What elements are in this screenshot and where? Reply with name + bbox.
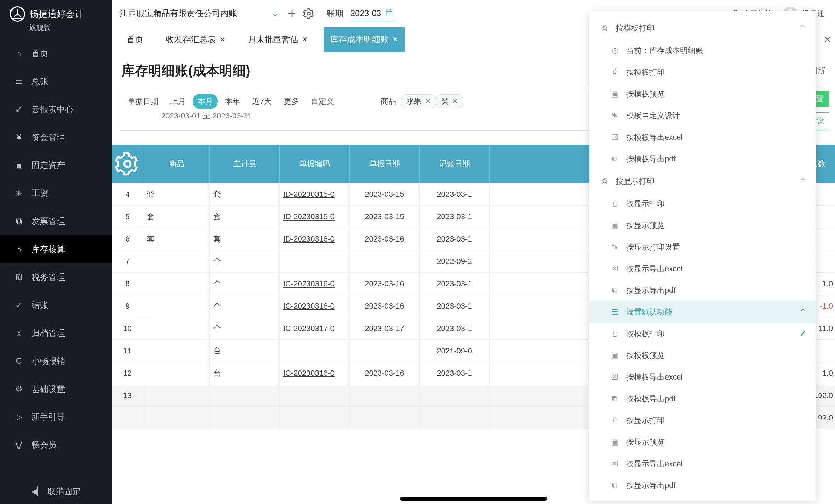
dd-group-display[interactable]: ⎙按显示打印⌃	[589, 170, 816, 193]
col-post-date[interactable]: 记账日期	[420, 145, 490, 183]
sidebar-item[interactable]: ✓结账	[0, 291, 112, 319]
nav-icon: C	[14, 356, 24, 366]
dd-item[interactable]: ▣按显示预览	[589, 215, 816, 236]
doc-link[interactable]: IC-20230316-0	[283, 279, 335, 288]
dd-item-label: 按模板导出excel	[626, 372, 683, 382]
sidebar-item[interactable]: C小畅报销	[0, 347, 112, 375]
sidebar-item[interactable]: ¥资金管理	[0, 123, 112, 151]
dd-item-label: 设置默认功能	[626, 307, 672, 317]
dd-item[interactable]: ☒按显示导出excel	[589, 453, 816, 475]
doc-link[interactable]: IC-20230316-0	[283, 302, 335, 311]
cell-post-date: 2023-03-1	[420, 206, 490, 228]
doc-link[interactable]: ID-20230315-0	[283, 190, 335, 199]
dd-item[interactable]: ⎙按模板打印	[589, 62, 816, 83]
doc-link[interactable]: IC-20230316-0	[283, 369, 335, 378]
sidebar-item[interactable]: ⚙基础设置	[0, 375, 112, 403]
sidebar-item-label: 税务管理	[31, 272, 65, 283]
cell-index: 12	[112, 362, 143, 384]
dd-item-label: 按显示导出excel	[626, 264, 683, 274]
company-selector[interactable]: 江西服宝精品有限责任公司内账 ⌄	[117, 5, 281, 22]
doc-link[interactable]: IC-20230317-0	[283, 324, 335, 333]
tab-close-icon[interactable]: ✕	[392, 35, 398, 44]
dd-item[interactable]: ☒按模板导出excel	[589, 366, 816, 388]
sidebar-item-label: 基础设置	[31, 383, 65, 395]
sidebar-item[interactable]: ▭总账	[0, 67, 112, 95]
dd-item[interactable]: ⧉按显示导出pdf	[589, 475, 816, 496]
dd-item-label: 按显示打印	[626, 415, 665, 426]
dd-item[interactable]: ✎按显示打印设置	[589, 236, 816, 258]
add-button[interactable]	[286, 8, 298, 20]
range-option[interactable]: 上月	[165, 94, 191, 109]
chip-remove-icon[interactable]: ✕	[424, 97, 431, 106]
range-option[interactable]: 自定义	[306, 94, 339, 109]
col-product[interactable]: 商品	[143, 145, 210, 183]
dd-item[interactable]: ⧉按模板导出pdf	[589, 388, 816, 410]
dd-item[interactable]: ▣按显示预览	[589, 431, 816, 453]
dd-group-template[interactable]: ⎙按模板打印⌃	[589, 17, 816, 40]
sidebar-item[interactable]: ▣固定资产	[0, 151, 112, 179]
tab-close-icon[interactable]: ✕	[302, 35, 308, 44]
sidebar-item[interactable]: ⌂首页	[0, 39, 112, 67]
col-doc-date[interactable]: 单据日期	[350, 145, 420, 183]
tab[interactable]: 首页	[120, 27, 150, 52]
sidebar-item[interactable]: ⌂库存核算	[0, 235, 112, 263]
sidebar-item-label: 库存核算	[31, 244, 65, 255]
doc-link[interactable]: ID-20230316-0	[283, 235, 335, 244]
filter-chip[interactable]: 梨✕	[436, 94, 463, 108]
range-option[interactable]: 更多	[279, 94, 304, 109]
col-unit[interactable]: 主计量	[210, 145, 280, 183]
nav-icon: ⚙	[14, 384, 24, 394]
cell-post-date: 2023-03-1	[420, 317, 490, 339]
dd-item[interactable]: ▣按模板预览	[589, 345, 816, 366]
cell-post-date: 2023-03-1	[420, 273, 490, 295]
settings-button[interactable]	[303, 8, 315, 20]
cell-post-date: 2023-03-1	[420, 362, 490, 384]
unpin-button[interactable]: ◀▏ 取消固定	[0, 479, 112, 504]
svg-rect-1	[386, 10, 392, 15]
dd-item[interactable]: ☒按模板导出excel	[589, 127, 816, 148]
tab[interactable]: 库存成本明细账✕	[324, 27, 405, 52]
tab-close-icon[interactable]: ✕	[220, 35, 226, 44]
nav-icon: ▣	[14, 160, 24, 170]
sidebar-item[interactable]: ⧉发票管理	[0, 207, 112, 235]
dd-item[interactable]: ⧉按显示导出pdf	[589, 280, 816, 301]
close-tab-button[interactable]: ✕	[823, 34, 832, 45]
cell-index: 4	[112, 183, 143, 205]
doc-link[interactable]: ID-20230315-0	[283, 212, 335, 221]
filter-chip[interactable]: 水果✕	[401, 94, 436, 108]
dd-item-label: 按显示导出pdf	[626, 480, 676, 491]
sidebar-item[interactable]: ⋁畅会员	[0, 431, 112, 459]
sidebar-item[interactable]: ⧈归档管理	[0, 319, 112, 347]
dd-item[interactable]: ✎模板自定义设计	[589, 105, 816, 127]
dd-item[interactable]: ⧉按模板导出pdf	[589, 148, 816, 170]
col-doc[interactable]: 单据编码	[280, 145, 350, 183]
tab[interactable]: 月末批量暂估✕	[242, 27, 314, 52]
dd-item[interactable]: ☒按显示导出excel	[589, 258, 816, 280]
nav-icon: ⋁	[14, 440, 24, 450]
sidebar-item[interactable]: ⤢云报表中心	[0, 95, 112, 123]
range-option[interactable]: 本年	[220, 94, 245, 109]
dd-item[interactable]: ▣按模板预览	[589, 83, 816, 105]
sidebar-item-label: 发票管理	[31, 216, 65, 227]
cell-product	[143, 273, 210, 295]
dd-item[interactable]: ⎙按显示打印	[589, 193, 816, 215]
dd-item[interactable]: ⎙按模板打印✓	[589, 323, 816, 345]
cell-product: 套	[143, 228, 210, 250]
sidebar-item[interactable]: ⛯工资	[0, 179, 112, 207]
svg-point-3	[124, 161, 130, 167]
tab[interactable]: 收发存汇总表✕	[159, 27, 232, 52]
period-selector[interactable]: 2023-03	[348, 6, 395, 21]
cell-index: 8	[112, 273, 143, 295]
range-option[interactable]: 近7天	[247, 94, 277, 109]
range-option[interactable]: 本月	[193, 94, 218, 109]
column-settings-button[interactable]	[112, 145, 143, 183]
cell-doc	[280, 340, 350, 362]
sidebar-item[interactable]: ▷新手引导	[0, 403, 112, 431]
cell-post-date: 2021-09-0	[420, 340, 490, 362]
chip-remove-icon[interactable]: ✕	[452, 97, 458, 106]
dd-item[interactable]: ☰设置默认功能⌃	[589, 301, 816, 323]
cell-doc: ID-20230316-0	[280, 228, 350, 250]
dd-item[interactable]: ⎙按显示打印	[589, 410, 816, 431]
unpin-label: 取消固定	[47, 486, 81, 497]
sidebar-item[interactable]: ₪税务管理	[0, 263, 112, 291]
